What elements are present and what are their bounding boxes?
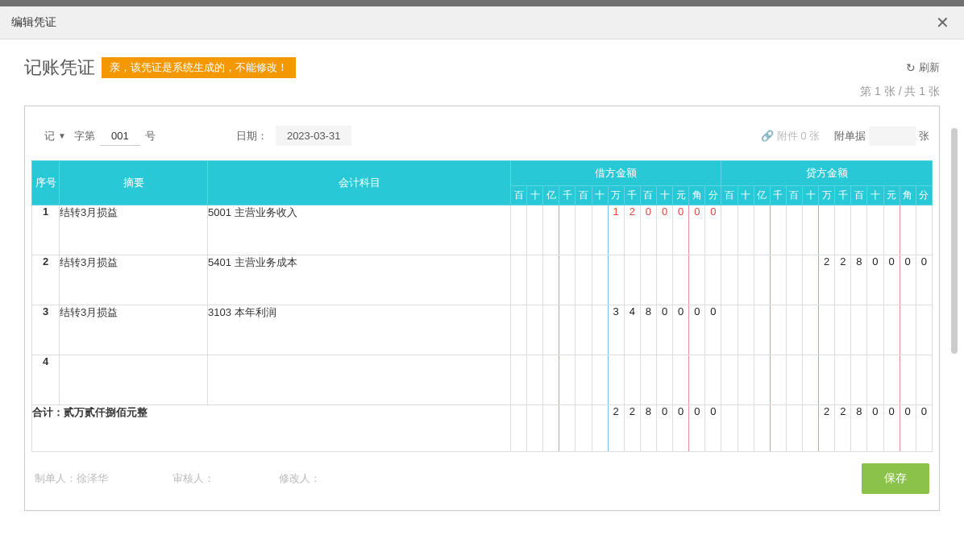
th-digit: 亿 — [543, 186, 559, 205]
th-digit: 万 — [608, 186, 624, 205]
digit-cell — [738, 405, 754, 452]
th-digit: 亿 — [754, 186, 770, 205]
cell-subject[interactable]: 5401 主营业务成本 — [208, 255, 511, 305]
refresh-button[interactable]: ↻ 刷新 — [906, 60, 940, 75]
digit-cell — [819, 355, 835, 405]
table-row[interactable]: 3结转3月损益3103 本年利润3480000 — [32, 305, 933, 355]
zidi-label: 字第 — [74, 129, 95, 143]
digit-cell — [527, 255, 543, 305]
voucher-number-input[interactable]: 001 — [100, 127, 140, 146]
digit-cell: 0 — [705, 405, 721, 452]
digit-cell — [527, 405, 543, 452]
digit-cell — [802, 355, 818, 405]
digit-cell — [511, 355, 527, 405]
date-label: 日期： — [236, 129, 268, 143]
digit-cell — [511, 205, 527, 255]
digit-cell — [575, 305, 592, 355]
th-digit: 元 — [883, 186, 900, 205]
th-digit: 十 — [592, 186, 608, 205]
scrollbar-thumb[interactable] — [951, 128, 958, 354]
table-row[interactable]: 2结转3月损益5401 主营业务成本2280000 — [32, 255, 933, 305]
cell-summary[interactable]: 结转3月损益 — [60, 305, 208, 355]
table-row[interactable]: 1结转3月损益5001 主营业务收入1200000 — [32, 205, 933, 255]
th-digit: 十 — [867, 186, 883, 205]
dialog-header: 编辑凭证 ✕ — [0, 6, 964, 39]
digit-cell: 0 — [640, 205, 656, 255]
page-indicator: 第 1 张 / 共 1 张 — [24, 85, 940, 99]
th-digit: 万 — [819, 186, 835, 205]
th-digit: 十 — [527, 186, 543, 205]
digit-cell — [575, 405, 592, 452]
digit-cell — [754, 405, 770, 452]
cell-seq: 1 — [32, 205, 60, 255]
digit-cell — [786, 255, 802, 305]
modifier-info: 修改人： — [279, 471, 321, 486]
refresh-icon: ↻ — [906, 61, 916, 74]
digit-cell: 0 — [916, 255, 932, 305]
digit-cell — [900, 305, 916, 355]
digit-cell — [527, 355, 543, 405]
digit-cell — [543, 355, 559, 405]
digit-cell — [770, 355, 786, 405]
th-digit: 百 — [575, 186, 592, 205]
th-digit: 十 — [802, 186, 818, 205]
digit-cell — [754, 205, 770, 255]
cell-summary[interactable]: 结转3月损益 — [60, 255, 208, 305]
scrollbar[interactable] — [951, 96, 958, 535]
total-row: 合计：贰万贰仟捌佰元整22800002280000 — [32, 405, 933, 452]
th-digit: 千 — [624, 186, 640, 205]
cell-seq: 2 — [32, 255, 60, 305]
digit-cell: 2 — [624, 205, 640, 255]
digit-cell: 2 — [624, 405, 640, 452]
digit-cell: 0 — [689, 205, 705, 255]
digit-cell — [689, 255, 705, 305]
footer-info: 制单人：徐泽华 审核人： 修改人： 保存 — [31, 452, 933, 494]
digit-cell — [786, 355, 802, 405]
digit-cell — [640, 255, 656, 305]
th-digit: 百 — [786, 186, 802, 205]
digit-cell: 2 — [608, 405, 624, 452]
cell-subject[interactable]: 3103 本年利润 — [208, 305, 511, 355]
digit-cell — [835, 305, 851, 355]
table-row[interactable]: 4 — [32, 355, 933, 405]
digit-cell — [738, 355, 754, 405]
voucher-title: 记账凭证 — [24, 56, 95, 80]
digit-cell — [770, 405, 786, 452]
total-label: 合计：贰万贰仟捌佰元整 — [32, 405, 511, 452]
attachment-link[interactable]: 🔗 附件 0 张 — [761, 129, 820, 143]
cell-subject[interactable]: 5001 主营业务收入 — [208, 205, 511, 255]
digit-cell — [559, 205, 575, 255]
cell-summary[interactable]: 结转3月损益 — [60, 205, 208, 255]
attachment-input[interactable] — [869, 127, 916, 146]
digit-cell — [543, 255, 559, 305]
th-digit: 百 — [721, 186, 738, 205]
th-digit: 千 — [770, 186, 786, 205]
digit-cell: 0 — [705, 205, 721, 255]
reviewer-info: 审核人： — [172, 471, 214, 486]
digit-cell: 2 — [835, 255, 851, 305]
digit-cell — [883, 205, 900, 255]
digit-cell — [608, 255, 624, 305]
digit-cell: 0 — [673, 305, 689, 355]
digit-cell: 2 — [819, 405, 835, 452]
meta-right: 🔗 附件 0 张 附单据 张 — [761, 127, 929, 146]
digit-cell — [754, 355, 770, 405]
attachment-label: 附件 0 张 — [777, 129, 820, 143]
digit-cell: 0 — [900, 255, 916, 305]
date-input[interactable]: 2023-03-31 — [276, 126, 352, 146]
voucher-card: 记 ▼ 字第 001 号 日期： 2023-03-31 🔗 附件 0 张 附单据 — [24, 106, 940, 511]
save-button[interactable]: 保存 — [862, 463, 929, 494]
digit-cell — [883, 305, 900, 355]
th-debit: 借方金额 — [511, 161, 721, 186]
th-digit: 百 — [511, 186, 527, 205]
digit-cell — [624, 355, 640, 405]
digit-cell — [916, 355, 932, 405]
cell-summary[interactable] — [60, 355, 208, 405]
digit-cell — [835, 205, 851, 255]
digit-cell: 0 — [867, 255, 883, 305]
close-icon[interactable]: ✕ — [933, 13, 953, 32]
cell-subject[interactable] — [208, 355, 511, 405]
voucher-meta: 记 ▼ 字第 001 号 日期： 2023-03-31 🔗 附件 0 张 附单据 — [31, 126, 933, 160]
digit-cell: 1 — [608, 205, 624, 255]
voucher-type-dropdown[interactable]: 记 ▼ — [41, 127, 69, 145]
